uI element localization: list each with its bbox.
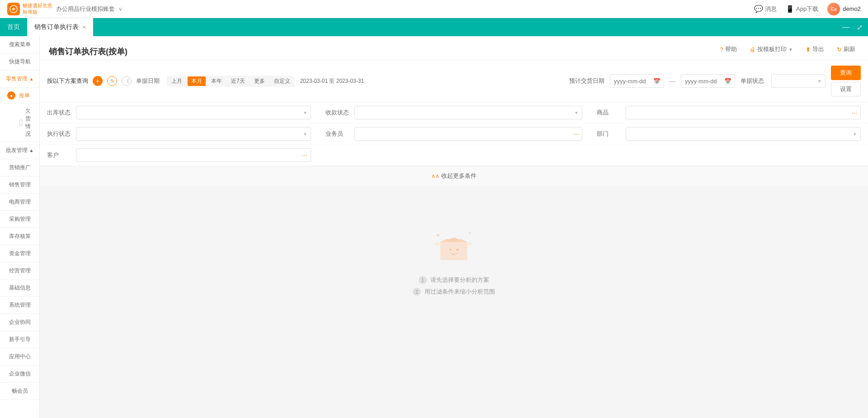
sidebar-item-basic-info[interactable]: 基础信息 [0,280,39,297]
user-action[interactable]: Ea demo2 [827,3,861,15]
app-download-action[interactable]: 📱 App下载 [786,5,818,13]
refresh-button[interactable]: ↻ 刷新 [833,43,859,55]
customer-control: ··· [76,148,311,162]
exec-status-cell: 执行状态 ▼ [47,127,318,141]
filter-collapse-button[interactable]: 《 [122,76,132,86]
out-status-input[interactable] [76,106,311,119]
tab-expand-icon[interactable]: ⤢ [855,21,864,33]
sidebar: 搜索菜单 快捷导航 零售管理 ▲ ● 按单 欠货情况 批发管理 ▲ 营销推广 销… [0,36,40,418]
message-icon: 💬 [754,5,763,13]
collapse-conditions-button[interactable]: ∧∧ 收起更多条件 [426,170,482,182]
filter-row-2: 执行状态 ▼ 业务员 ··· 部门 [40,124,868,145]
nav-tabs: 首页 销售订单执行表 × — ⤢ [0,18,868,36]
sidebar-item-sales-mgmt[interactable]: 销售管理 [0,176,39,194]
sidebar-sub-item-order[interactable]: ● 按单 [0,88,39,104]
sidebar-item-new-guide[interactable]: 新手引导 [0,331,39,348]
logo-icon [7,3,20,15]
expected-date-start-input[interactable] [610,74,664,88]
date-tab-custom[interactable]: 自定义 [270,76,294,86]
filter-scheme-label: 按以下方案查询 [47,77,88,85]
date-tab-this-month[interactable]: 本月 [188,76,206,86]
content-area: 销售订单执行表(按单) ? 帮助 🖨 按模板打印 ▼ ⬆ 导出 ↻ 刷新 [40,36,868,418]
svg-point-5 [449,249,451,251]
out-status-control: ▼ [76,106,311,119]
settings-button[interactable]: 设置 [831,82,861,96]
logo-svg [9,5,18,13]
page-actions: ? 帮助 🖨 按模板打印 ▼ ⬆ 导出 ↻ 刷新 [717,43,859,60]
date-tab-last-7[interactable]: 近7天 [227,76,249,86]
salesperson-cell: 业务员 ··· [318,127,590,141]
template-print-button[interactable]: 🖨 按模板打印 ▼ [746,43,797,55]
sidebar-item-member[interactable]: 畅会员 [0,383,39,400]
sidebar-item-marketing[interactable]: 营销推广 [0,159,39,176]
tab-home[interactable]: 首页 [0,18,27,36]
svg-point-4 [464,246,466,247]
goods-cell: 商品 ··· [590,106,861,119]
header-right: 💬 消息 📱 App下载 Ea demo2 [754,3,861,15]
date-range-display: 2023-03-01 至 2023-03-31 [300,77,364,85]
user-name: demo2 [843,5,861,12]
nav-tabs-right: — ⤢ [840,21,868,33]
date-range-tabs: 上月 本月 本年 近7天 更多 自定义 [167,76,295,87]
status-input[interactable] [771,74,826,88]
salesperson-input[interactable] [354,127,582,141]
sidebar-item-quick-nav[interactable]: 快捷导航 [0,53,39,71]
dept-input[interactable] [626,127,861,141]
query-button[interactable]: 查询 [831,66,861,80]
customer-cell: 客户 ··· [47,148,318,162]
empty-step-2: 2 用过滤条件来缩小分析范围 [413,288,495,296]
date-tab-more[interactable]: 更多 [250,76,269,86]
tab-minimize-icon[interactable]: — [840,21,851,33]
date-separator: — [670,78,675,85]
svg-rect-1 [440,242,467,260]
export-icon: ⬆ [806,46,811,53]
tab-close-icon[interactable]: × [82,24,86,31]
goods-input[interactable] [626,106,861,119]
breadcrumb-arrow-icon[interactable]: ∨ [118,6,123,12]
sidebar-item-search-menu[interactable]: 搜索菜单 [0,36,39,53]
export-button[interactable]: ⬆ 导出 [802,43,828,55]
dept-cell: 部门 ▼ [590,127,861,141]
breadcrumb-title: 办公用品行业模拟账套 [56,5,115,13]
sidebar-item-finance[interactable]: 资金管理 [0,245,39,262]
sidebar-item-app-center[interactable]: 应用中心 [0,348,39,366]
sidebar-item-inventory[interactable]: 库存核算 [0,228,39,245]
exec-status-control: ▼ [76,127,311,141]
sidebar-item-system[interactable]: 系统管理 [0,297,39,314]
exec-status-input[interactable] [76,127,311,141]
sidebar-item-wholesale-mgmt[interactable]: 批发管理 ▲ [0,142,39,159]
exec-status-label: 执行状态 [47,130,72,138]
add-icon: + [96,77,99,85]
sidebar-item-operations[interactable]: 经营管理 [0,262,39,280]
message-action[interactable]: 💬 消息 [754,5,777,13]
customer-input[interactable] [76,148,311,162]
date-tab-last-month[interactable]: 上月 [168,76,186,86]
collect-status-input[interactable] [354,106,582,119]
empty-step-2-text: 用过滤条件来缩小分析范围 [425,288,495,296]
tab-sales-execution[interactable]: 销售订单执行表 × [27,18,93,36]
date-tab-this-year[interactable]: 本年 [208,76,226,86]
top-header: 畅捷通好生意 标准版 办公用品行业模拟账套 ∨ 💬 消息 📱 App下载 Ea … [0,0,868,18]
filter-add-button[interactable]: + [93,76,103,86]
filter-edit-button[interactable]: ✎ [107,76,117,86]
sidebar-item-retail-mgmt[interactable]: 零售管理 ▲ [0,71,39,88]
sidebar-item-purchase[interactable]: 采购管理 [0,211,39,228]
out-status-cell: 出库状态 ▼ [47,106,318,119]
debt-circle-icon [19,119,23,126]
sidebar-item-enterprise-wechat[interactable]: 企业微信 [0,366,39,383]
sidebar-item-ecommerce[interactable]: 电商管理 [0,194,39,211]
edit-icon: ✎ [110,78,114,84]
salesperson-label: 业务员 [326,130,351,138]
wholesale-arrow-icon: ▲ [29,148,34,153]
status-label: 单据状态 [741,77,766,85]
help-button[interactable]: ? 帮助 [717,43,741,55]
sidebar-sub-item-debt[interactable]: 欠货情况 [0,104,39,142]
out-status-label: 出库状态 [47,109,72,117]
salesperson-control: ··· [354,127,582,141]
svg-point-2 [437,234,439,237]
expected-date-label: 预计交货日期 [569,77,604,85]
sidebar-item-enterprise[interactable]: 企业协同 [0,314,39,331]
print-icon: 🖨 [750,46,755,53]
expected-date-end-input[interactable] [681,74,735,88]
filter-header-row: 按以下方案查询 + ✎ 《 单据日期 上月 本月 本年 [40,60,868,102]
